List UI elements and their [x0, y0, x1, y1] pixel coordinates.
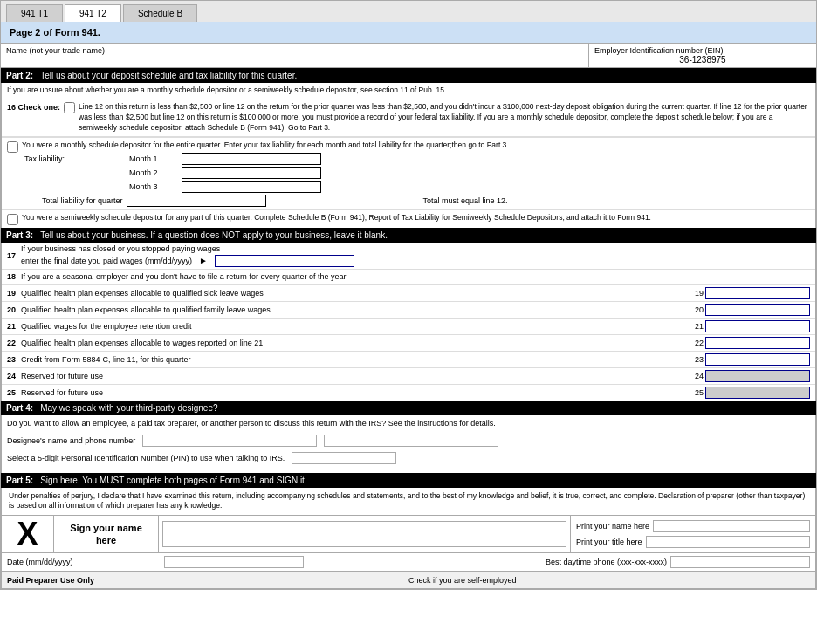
line19-ref: 19 [684, 289, 705, 298]
part5-title: Sign here. You MUST complete both pages … [40, 476, 307, 485]
line17-sub: enter the final date you paid wages (mm/… [21, 257, 192, 265]
line21-input[interactable] [705, 320, 810, 332]
line20-input[interactable] [705, 304, 810, 316]
total-label: Total liability for quarter [42, 196, 123, 205]
sign-right-fields: Print your name here Print your title he… [571, 516, 815, 552]
ein-label: Employer Identification number (EIN) [594, 46, 724, 55]
sign-area: X Sign your name here Print your name he… [2, 516, 815, 553]
pin-label: Select a 5-digit Personal Identification… [7, 454, 285, 462]
line22-row: 22 Qualified health plan expenses alloca… [2, 335, 815, 352]
print-name-input[interactable] [653, 520, 810, 532]
part2-check3-text: You were a semiweekly schedule depositor… [22, 213, 651, 223]
part2-header: Part 2: Tell us about your deposit sched… [1, 68, 816, 83]
part4-section: Part 4: May we speak with your third-par… [1, 401, 816, 473]
paid-preparer-label: Paid Preparer Use Only [7, 576, 408, 585]
line24-row: 24 Reserved for future use 24 [2, 368, 815, 385]
line22-num: 22 [7, 339, 21, 347]
part2-check1-text: Line 12 on this return is less than $2,5… [79, 102, 810, 134]
part5-statement: Under penalties of perjury, I declare th… [2, 488, 815, 517]
part3-label: Part 3: [6, 230, 33, 240]
part4-pin-row: Select a 5-digit Personal Identification… [2, 450, 815, 466]
line17-desc: If your business has closed or you stopp… [21, 244, 810, 253]
name-label: Name (not your trade name) [1, 44, 589, 67]
total-right-text: Total must equal line 12. [423, 196, 508, 205]
pin-input[interactable] [292, 452, 396, 464]
tax-liability-label: Tax liability: [24, 154, 129, 163]
self-employed-label: Check if you are self-employed [408, 576, 810, 585]
page-header: Page 2 of Form 941. [1, 22, 816, 44]
line25-row: 25 Reserved for future use 25 [2, 385, 815, 401]
line23-input[interactable] [705, 353, 810, 366]
line25-input [705, 387, 810, 399]
month3-label: Month 3 [129, 182, 182, 191]
line22-input[interactable] [705, 337, 810, 349]
line17-num: 17 [7, 251, 21, 260]
part2-check1-row: 16 Check one: Line 12 on this return is … [2, 99, 815, 137]
print-title-input[interactable] [646, 536, 810, 548]
line22-ref: 22 [684, 339, 705, 347]
part4-header: Part 4: May we speak with your third-par… [1, 401, 816, 415]
part3-header: Part 3: Tell us about your business. If … [1, 228, 816, 243]
part5-section: Part 5: Sign here. You MUST complete bot… [1, 473, 816, 590]
tab-schedule-b[interactable]: Schedule B [123, 4, 197, 22]
month2-input[interactable] [182, 167, 321, 179]
line19-input[interactable] [705, 287, 810, 299]
line19-num: 19 [7, 289, 21, 298]
line22-desc: Qualified health plan expenses allocable… [21, 339, 684, 347]
line23-desc: Credit from Form 5884-C, line 11, for th… [21, 355, 684, 364]
paid-preparer-row: Paid Preparer Use Only Check if you are … [2, 572, 815, 588]
designee-name-input[interactable] [142, 435, 317, 447]
line21-ref: 21 [684, 322, 705, 331]
line21-num: 21 [7, 322, 21, 331]
line23-ref: 23 [684, 355, 705, 364]
part5-header: Part 5: Sign here. You MUST complete bot… [1, 473, 816, 488]
x-symbol: X [2, 516, 54, 552]
date-input[interactable] [164, 556, 304, 568]
part4-label: Part 4: [6, 403, 33, 413]
part5-label: Part 5: [6, 476, 33, 485]
line25-desc: Reserved for future use [21, 388, 684, 397]
part2-check3-row: You were a semiweekly schedule depositor… [2, 209, 815, 228]
part2-check2-checkbox[interactable] [7, 141, 18, 153]
line16-label: 16 Check one: [7, 102, 60, 113]
month3-input[interactable] [182, 181, 321, 193]
part2-title: Tell us about your deposit schedule and … [40, 71, 297, 80]
total-input[interactable] [127, 195, 266, 207]
designee-phone-input[interactable] [324, 435, 498, 447]
line19-desc: Qualified health plan expenses allocable… [21, 289, 684, 298]
line18-desc: If you are a seasonal employer and you d… [21, 272, 810, 281]
print-title-label: Print your title here [576, 538, 642, 546]
ein-cell: Employer Identification number (EIN) 36-… [589, 44, 816, 67]
tab-941-t2[interactable]: 941 T2 [65, 4, 121, 22]
line23-num: 23 [7, 355, 21, 364]
part2-check3-checkbox[interactable] [7, 214, 18, 225]
line19-row: 19 Qualified health plan expenses alloca… [2, 285, 815, 302]
part4-text: Do you want to allow an employee, a paid… [2, 415, 815, 431]
print-name-label: Print your name here [576, 522, 649, 531]
part2-note: If you are unsure about whether you are … [2, 83, 815, 99]
signature-input-area [159, 516, 571, 552]
part2-check1-checkbox[interactable] [64, 102, 75, 113]
daytime-phone-input[interactable] [670, 556, 810, 568]
part3-section: Part 3: Tell us about your business. If … [1, 228, 816, 401]
part4-designee-row: Designee's name and phone number [2, 431, 815, 450]
line20-desc: Qualified health plan expenses allocable… [21, 305, 684, 314]
line21-desc: Qualified wages for the employee retenti… [21, 322, 684, 331]
line25-ref: 25 [684, 388, 705, 397]
date-row: Date (mm/dd/yyyy) Best daytime phone (xx… [2, 553, 815, 572]
date-label: Date (mm/dd/yyyy) [7, 558, 164, 566]
signature-input[interactable] [162, 521, 566, 547]
line23-row: 23 Credit from Form 5884-C, line 11, for… [2, 352, 815, 368]
line24-num: 24 [7, 372, 21, 380]
line17-input[interactable] [215, 255, 354, 267]
tab-941-t1[interactable]: 941 T1 [6, 4, 63, 22]
part2-label: Part 2: [6, 71, 33, 80]
part3-title: Tell us about your business. If a questi… [40, 230, 388, 240]
month1-label: Month 1 [129, 154, 182, 163]
part2-check2-text: You were a monthly schedule depositor fo… [22, 140, 509, 149]
line24-desc: Reserved for future use [21, 372, 684, 380]
part2-section: Part 2: Tell us about your deposit sched… [1, 68, 816, 228]
line20-num: 20 [7, 305, 21, 314]
designee-label: Designee's name and phone number [7, 436, 135, 445]
month1-input[interactable] [182, 153, 321, 165]
